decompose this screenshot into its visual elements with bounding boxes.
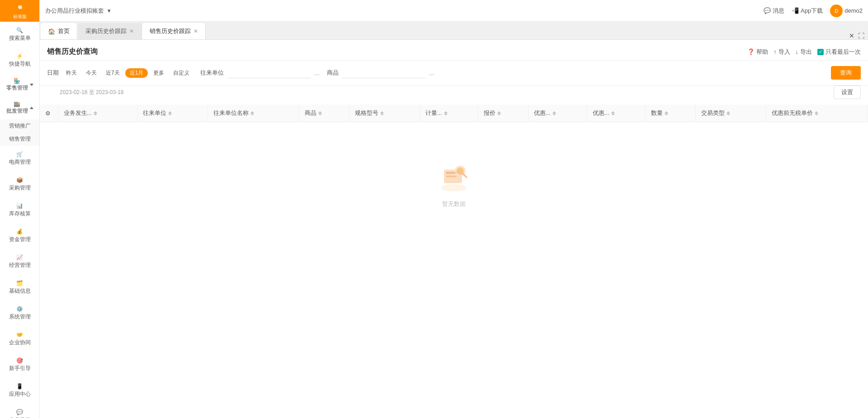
system-icon: ⚙️ <box>2 306 38 312</box>
th-unit[interactable]: 计量... <box>420 104 478 122</box>
date-option-1month[interactable]: 近1月 <box>125 68 148 78</box>
basic-icon: 🗂️ <box>2 280 38 286</box>
sidebar-item-wholesale[interactable]: 🏬 批发管理 <box>0 96 39 119</box>
partner-search-icon[interactable]: ... <box>314 69 320 76</box>
th-quantity[interactable]: 数量 <box>646 104 696 122</box>
svg-point-2 <box>441 184 467 191</box>
tab-purchase-close[interactable]: ✕ <box>129 28 134 34</box>
sidebar-item-finance[interactable]: 💰 资金管理 <box>0 223 39 249</box>
svg-line-8 <box>463 174 467 177</box>
empty-state: 暂无数据 <box>40 122 868 244</box>
tab-sales-close[interactable]: ✕ <box>193 28 198 34</box>
sidebar-item-shortcut[interactable]: ⚡ 快捷导航 <box>0 48 39 73</box>
retail-icon: 🏪 <box>6 78 28 84</box>
table-header: ⚙ 业务发生... 往来单位 <box>40 104 868 122</box>
sidebar-item-newbie[interactable]: 🎯 新手引导 <box>0 352 39 378</box>
th-quote[interactable]: 报价 <box>478 104 528 122</box>
wholesale-arrow-icon <box>30 107 33 109</box>
help-action[interactable]: ❓ 帮助 <box>747 48 768 56</box>
close-tab-button[interactable]: ✕ <box>849 32 854 39</box>
page-header: 销售历史价查询 ❓ 帮助 ↑ 导入 ↓ 导出 只看最后一次 <box>40 40 868 61</box>
message-action[interactable]: 💬 消息 <box>764 7 784 15</box>
goods-input[interactable] <box>342 67 425 78</box>
sort-icon <box>380 111 384 115</box>
export-icon: ↓ <box>796 48 799 55</box>
logo-icon: 畅 <box>13 2 27 13</box>
date-option-7days[interactable]: 近7天 <box>102 68 123 78</box>
import-action[interactable]: ↑ 导入 <box>774 48 790 56</box>
date-option-more[interactable]: 更多 <box>150 68 168 78</box>
table-container: ⚙ 业务发生... 往来单位 <box>40 104 868 418</box>
sidebar-item-sales-mgmt[interactable]: 销售管理 <box>0 133 39 146</box>
sidebar-item-marketing[interactable]: 营销推广 <box>0 119 39 133</box>
sidebar-item-basic[interactable]: 🗂️ 基础信息 <box>0 275 39 300</box>
sidebar-item-system[interactable]: ⚙️ 系统管理 <box>0 300 39 326</box>
app-dropdown[interactable]: ▾ <box>108 7 111 14</box>
th-settings[interactable]: ⚙ <box>40 104 58 122</box>
maximize-button[interactable]: ⛶ <box>858 32 864 39</box>
th-trade-type[interactable]: 交易类型 <box>695 104 766 122</box>
date-filter-group: 日期 昨天 今天 近7天 近1月 更多 自定义 <box>47 68 193 78</box>
partner-input[interactable] <box>227 67 311 78</box>
th-spec[interactable]: 规格型号 <box>349 104 420 122</box>
sort-icon <box>497 111 501 115</box>
empty-svg <box>436 158 472 195</box>
operations-icon: 📈 <box>2 254 38 261</box>
date-option-today[interactable]: 今天 <box>82 68 100 78</box>
tab-home[interactable]: 🏠 首页 <box>41 23 77 39</box>
partner-label: 往来单位 <box>200 69 224 77</box>
sort-icon <box>318 111 322 115</box>
sidebar-item-purchase[interactable]: 📦 采购管理 <box>0 171 39 197</box>
enterprise-icon: 🤝 <box>2 332 38 338</box>
date-option-yesterday[interactable]: 昨天 <box>62 68 80 78</box>
date-label: 日期 <box>47 69 59 77</box>
settings-button[interactable]: 设置 <box>834 86 861 99</box>
main-area: 办公用品行业模拟账套 ▾ 💬 消息 📲 App下载 D demo2 🏠 首页 采… <box>40 0 868 418</box>
th-discount2[interactable]: 优惠... <box>587 104 646 122</box>
th-partner-name[interactable]: 往来单位名称 <box>208 104 299 122</box>
tab-actions: ✕ ⛶ <box>849 32 868 39</box>
sort-icon <box>815 111 818 115</box>
svg-rect-5 <box>446 176 457 177</box>
appstore-icon: 📱 <box>2 383 38 390</box>
empty-icon <box>436 158 472 195</box>
date-range-text: 2023-02-18 至 2023-03-18 <box>60 89 123 96</box>
sidebar-item-ecommerce[interactable]: 🛒 电商管理 <box>0 146 39 171</box>
sidebar-item-operations[interactable]: 📈 经营管理 <box>0 249 39 275</box>
date-option-custom[interactable]: 自定义 <box>170 68 193 78</box>
logo: 畅 标准版 <box>0 0 39 22</box>
sort-icon <box>94 111 97 115</box>
partner-filter-group: 往来单位 ... <box>200 67 320 78</box>
only-last-checkbox[interactable]: 只看最后一次 <box>817 48 861 56</box>
sidebar-item-enterprise[interactable]: 🤝 企业协同 <box>0 326 39 352</box>
th-goods[interactable]: 商品 <box>299 104 349 122</box>
retail-arrow-icon <box>30 84 33 86</box>
finance-icon: 💰 <box>2 228 38 235</box>
th-partner-code[interactable]: 往来单位 <box>137 104 208 122</box>
sidebar-item-retail[interactable]: 🏪 零售管理 <box>0 73 39 96</box>
app-download-action[interactable]: 📲 App下载 <box>792 7 823 15</box>
user-menu[interactable]: D demo2 <box>830 5 863 17</box>
sidebar-item-wechat[interactable]: 💬 企业微信 <box>0 404 39 418</box>
export-action[interactable]: ↓ 导出 <box>796 48 812 56</box>
query-button[interactable]: 查询 <box>831 66 861 80</box>
goods-search-icon[interactable]: ... <box>429 69 434 76</box>
topbar-right: 💬 消息 📲 App下载 D demo2 <box>764 5 863 17</box>
sidebar-item-appstore[interactable]: 📱 应用中心 <box>0 378 39 404</box>
tabbar: 🏠 首页 采购历史价跟踪 ✕ 销售历史价跟踪 ✕ ✕ ⛶ <box>40 22 868 40</box>
tab-sales[interactable]: 销售历史价跟踪 ✕ <box>142 23 206 39</box>
sort-icon <box>726 111 730 115</box>
th-pretax-price[interactable]: 优惠前无税单价 <box>766 104 868 122</box>
tab-purchase[interactable]: 采购历史价跟踪 ✕ <box>78 23 142 39</box>
page-header-actions: ❓ 帮助 ↑ 导入 ↓ 导出 只看最后一次 <box>747 48 861 56</box>
sidebar-item-search[interactable]: 🔍 搜索菜单 <box>0 22 39 48</box>
th-discount1[interactable]: 优惠... <box>528 104 587 122</box>
th-biz-date[interactable]: 业务发生... <box>58 104 137 122</box>
import-icon: ↑ <box>774 48 777 55</box>
sort-icon <box>250 111 254 115</box>
sidebar-item-inventory[interactable]: 📊 库存核算 <box>0 197 39 223</box>
newbie-icon: 🎯 <box>2 357 38 364</box>
filter-buttons: 查询 <box>831 66 861 80</box>
topbar-left: 办公用品行业模拟账套 ▾ <box>45 7 111 15</box>
logo-text: 标准版 <box>13 14 27 20</box>
